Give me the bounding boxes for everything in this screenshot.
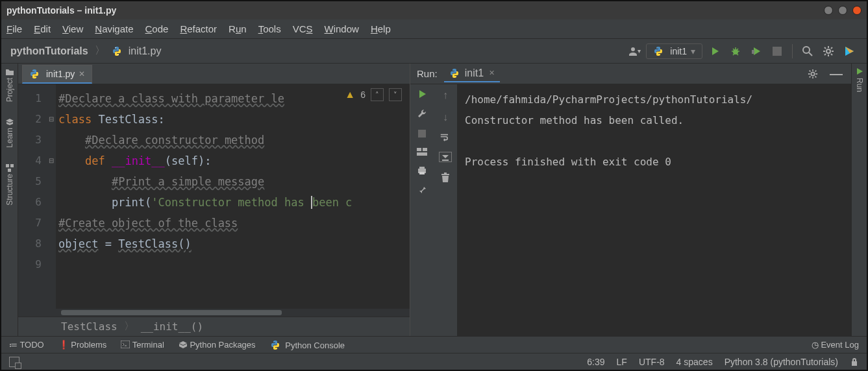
svg-rect-14 (423, 148, 427, 151)
svg-rect-9 (8, 169, 11, 172)
search-button[interactable] (799, 43, 816, 60)
folder-icon (5, 67, 14, 77)
editor-tab-row: init1.py ✕ (18, 64, 410, 84)
svg-rect-12 (418, 130, 426, 138)
editor-tab[interactable]: init1.py ✕ (22, 65, 92, 84)
title-bar: pythonTutorials – init1.py (1, 1, 867, 19)
svg-rect-18 (419, 172, 425, 174)
run-button[interactable] (706, 43, 723, 60)
structure-icon (5, 163, 14, 173)
run-title: Run: (417, 68, 438, 79)
warning-count: 6 (360, 90, 366, 100)
add-config-button[interactable]: ▾ (625, 43, 642, 60)
soft-wrap-icon[interactable] (440, 134, 451, 141)
tool-structure[interactable]: Structure (5, 163, 14, 206)
window-maximize-button[interactable] (838, 6, 847, 15)
code-content[interactable]: #Declare a class with parameter le class… (56, 84, 410, 309)
close-tab-icon[interactable]: ✕ (79, 69, 85, 78)
tool-terminal[interactable]: Terminal (121, 340, 164, 350)
trash-icon[interactable] (441, 173, 450, 183)
editor-area: init1.py ✕ 123456789 ⊟⊟ #Declare a class… (18, 64, 410, 336)
window-title: pythonTutorials – init1.py (6, 5, 116, 16)
breadcrumb-root[interactable]: pythonTutorials (10, 45, 88, 57)
tool-problems[interactable]: ❗ Problems (58, 340, 107, 350)
editor-scrollbar-horizontal[interactable] (18, 309, 410, 317)
run-toolbar-left (410, 84, 434, 336)
inspection-widget[interactable]: ▲ 6 ˄ ˅ (342, 88, 404, 101)
python-file-icon (112, 46, 122, 56)
tool-project[interactable]: Project (5, 67, 14, 102)
hide-run-button[interactable]: — (828, 66, 845, 82)
tool-run-label[interactable]: Run (855, 78, 864, 92)
menu-run[interactable]: Run (229, 23, 247, 34)
menu-navigate[interactable]: Navigate (95, 23, 133, 34)
menu-help[interactable]: Help (371, 23, 391, 34)
rerun-icon[interactable] (417, 90, 427, 99)
code-editor[interactable]: 123456789 ⊟⊟ #Declare a class with param… (18, 84, 410, 309)
menu-tools[interactable]: Tools (258, 23, 281, 34)
status-indent[interactable]: 4 spaces (676, 357, 713, 367)
menu-file[interactable]: File (6, 23, 22, 34)
fold-gutter[interactable]: ⊟⊟ (47, 84, 56, 309)
run-settings-button[interactable] (804, 66, 821, 82)
status-line-ending[interactable]: LF (617, 357, 627, 367)
status-caret[interactable]: 6:39 (587, 357, 604, 367)
menu-view[interactable]: View (62, 23, 83, 34)
breadcrumb-class[interactable]: TestClass (61, 320, 118, 333)
stop-icon[interactable] (418, 130, 426, 138)
run-configuration-name: init1 (670, 46, 687, 56)
svg-rect-3 (752, 50, 754, 54)
run-tool-icon[interactable] (856, 67, 863, 75)
run-anything-button[interactable] (841, 43, 858, 60)
breadcrumb-file[interactable]: init1.py (129, 45, 162, 57)
down-icon[interactable]: ↓ (443, 112, 448, 123)
up-icon[interactable]: ↑ (443, 90, 448, 101)
run-configuration-select[interactable]: init1 ▾ (646, 43, 702, 59)
menu-window[interactable]: Window (325, 23, 359, 34)
close-run-tab-icon[interactable]: ✕ (489, 69, 495, 77)
menu-bar: File Edit View Navigate Code Refactor Ru… (1, 19, 867, 39)
tool-learn[interactable]: Learn (5, 117, 14, 148)
python-icon (449, 68, 460, 78)
settings-button[interactable] (820, 43, 837, 60)
window-close-button[interactable] (852, 6, 862, 15)
chevron-down-icon: ▾ (691, 46, 695, 56)
status-bar: 6:39 LF UTF-8 4 spaces Python 3.8 (pytho… (1, 353, 867, 370)
svg-rect-20 (852, 361, 857, 366)
tool-python-packages[interactable]: Python Packages (179, 340, 256, 350)
svg-rect-13 (417, 148, 421, 151)
wrench-icon[interactable] (417, 109, 427, 119)
menu-code[interactable]: Code (145, 23, 169, 34)
scroll-end-icon[interactable] (439, 152, 452, 162)
run-toolbar-right: ↑ ↓ (434, 84, 457, 336)
stop-button[interactable] (769, 43, 786, 60)
menu-edit[interactable]: Edit (34, 23, 51, 34)
menu-refactor[interactable]: Refactor (180, 23, 217, 34)
svg-rect-8 (10, 164, 14, 167)
python-file-icon (29, 69, 40, 79)
tool-windows-button[interactable] (9, 357, 19, 367)
navigation-bar: pythonTutorials 〉 init1.py ▾ init1 ▾ (1, 39, 867, 64)
status-encoding[interactable]: UTF-8 (639, 357, 665, 367)
svg-point-10 (811, 72, 814, 75)
window-minimize-button[interactable] (824, 6, 833, 15)
tool-event-log[interactable]: ◷ Event Log (812, 340, 859, 350)
tool-todo[interactable]: ≔ TODO (9, 340, 44, 350)
coverage-button[interactable] (748, 43, 765, 60)
print-icon[interactable] (417, 166, 427, 175)
status-interpreter[interactable]: Python 3.8 (pythonTutorials) (725, 357, 838, 367)
console-output[interactable]: /home/fahmida/PycharmProjects/pythonTuto… (457, 84, 851, 336)
editor-breadcrumbs[interactable]: TestClass 〉 __init__() (18, 317, 410, 336)
debug-button[interactable] (727, 43, 744, 60)
next-highlight-button[interactable]: ˅ (389, 88, 402, 101)
breadcrumb-function[interactable]: __init__() (141, 320, 203, 333)
pin-icon[interactable] (417, 186, 427, 195)
menu-vcs[interactable]: VCS (293, 23, 313, 34)
tool-python-console[interactable]: Python Console (270, 340, 345, 350)
lock-icon[interactable] (850, 357, 859, 366)
left-tool-stripe: Project Learn Structure (1, 64, 18, 336)
learn-icon (5, 117, 14, 126)
run-tab[interactable]: init1 ✕ (444, 66, 500, 82)
prev-highlight-button[interactable]: ˄ (371, 88, 384, 101)
layout-icon[interactable] (417, 148, 427, 156)
